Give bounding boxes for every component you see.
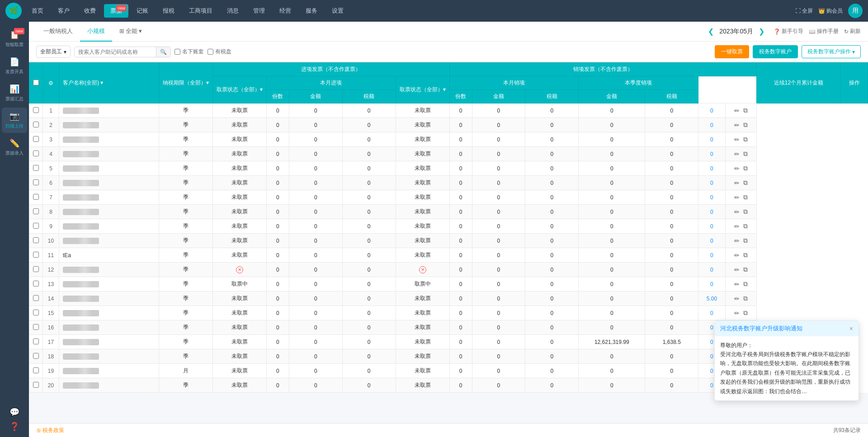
row-checkbox-cell[interactable] <box>29 219 43 234</box>
copy-icon[interactable]: ⧉ <box>743 150 748 158</box>
edit-icon[interactable]: ✏ <box>734 281 740 288</box>
row-checkbox[interactable] <box>33 150 39 156</box>
copy-icon[interactable]: ⧉ <box>743 237 748 244</box>
guide-btn[interactable]: ❓ 新手引导 <box>774 28 803 35</box>
edit-icon[interactable]: ✏ <box>734 208 740 216</box>
row-checkbox[interactable] <box>33 382 39 388</box>
tab-general-taxpayer[interactable]: 一般纳税人 <box>36 22 80 42</box>
row-checkbox[interactable] <box>33 122 39 127</box>
copy-icon[interactable]: ⧉ <box>743 208 748 216</box>
edit-icon[interactable]: ✏ <box>734 179 740 187</box>
row-checkbox-cell[interactable] <box>29 335 43 349</box>
row-checkbox[interactable] <box>33 266 39 272</box>
sidebar-item-invoice-open[interactable]: 📄 发票开具 <box>2 53 27 79</box>
edit-icon[interactable]: ✏ <box>734 122 740 129</box>
row-checkbox-cell[interactable] <box>29 132 43 147</box>
edit-icon[interactable]: ✏ <box>734 107 740 114</box>
copy-icon[interactable]: ⧉ <box>743 266 748 273</box>
row-checkbox-cell[interactable] <box>29 161 43 176</box>
row-checkbox-cell[interactable] <box>29 291 43 306</box>
row-checkbox-cell[interactable] <box>29 103 43 118</box>
one-click-btn[interactable]: 一键取票 <box>715 45 749 58</box>
nav-service[interactable]: 服务 <box>299 4 324 18</box>
row-checkbox[interactable] <box>33 324 39 330</box>
edit-icon[interactable]: ✏ <box>734 165 740 172</box>
employee-select[interactable]: 全部员工 ▾ <box>36 46 71 58</box>
edit-icon[interactable]: ✏ <box>734 266 740 273</box>
row-checkbox[interactable] <box>33 208 39 214</box>
row-checkbox-cell[interactable] <box>29 277 43 291</box>
row-checkbox[interactable] <box>33 194 39 200</box>
search-input[interactable] <box>75 47 156 57</box>
copy-icon[interactable]: ⧉ <box>743 222 748 230</box>
edit-icon[interactable]: ✏ <box>734 237 740 244</box>
chat-icon[interactable]: 💬 <box>9 407 19 417</box>
row-checkbox[interactable] <box>33 338 39 344</box>
checkbox-subaccount-input[interactable] <box>175 49 180 55</box>
search-button[interactable]: 🔍 <box>156 47 170 57</box>
tab-all[interactable]: ⊞ 全能 ▾ <box>112 22 149 42</box>
edit-icon[interactable]: ✏ <box>734 295 740 302</box>
sidebar-item-entry[interactable]: ✏️ 票据录入 <box>2 135 27 160</box>
row-checkbox-cell[interactable] <box>29 306 43 320</box>
row-checkbox-cell[interactable] <box>29 176 43 190</box>
nav-message[interactable]: 消息 <box>221 4 245 18</box>
sidebar-item-scan[interactable]: 📷 扫描上传 <box>2 108 27 133</box>
user-avatar[interactable]: 用 <box>848 4 863 18</box>
th-period[interactable]: 纳税期限（全部）▾ <box>159 63 212 103</box>
th-checkbox[interactable] <box>29 63 43 103</box>
checkbox-subaccount[interactable]: 名下账套 <box>175 48 204 56</box>
row-checkbox-cell[interactable] <box>29 378 43 393</box>
row-checkbox[interactable] <box>33 281 39 287</box>
sidebar-item-smart-ticket[interactable]: 📋 智能取票 new <box>2 26 27 52</box>
tax-account-ops-btn[interactable]: 税务数字账户操作 ▾ <box>802 45 861 58</box>
nav-tax[interactable]: 报税 <box>156 4 181 18</box>
nav-invoices[interactable]: 票据 new <box>104 4 128 18</box>
copy-icon[interactable]: ⧉ <box>743 121 748 129</box>
edit-icon[interactable]: ✏ <box>734 194 740 201</box>
copy-icon[interactable]: ⧉ <box>743 193 748 201</box>
nav-customers[interactable]: 客户 <box>52 4 76 18</box>
row-checkbox-cell[interactable] <box>29 147 43 161</box>
prev-period-btn[interactable]: ❮ <box>708 27 714 36</box>
row-checkbox-cell[interactable] <box>29 190 43 205</box>
row-checkbox-cell[interactable] <box>29 320 43 335</box>
row-checkbox[interactable] <box>33 310 39 315</box>
select-all-checkbox[interactable] <box>33 80 39 85</box>
row-checkbox-cell[interactable] <box>29 263 43 277</box>
row-checkbox[interactable] <box>33 295 39 301</box>
th-name[interactable]: 客户名称(全部) ▾ <box>59 63 159 103</box>
row-checkbox-cell[interactable] <box>29 248 43 263</box>
member-btn[interactable]: 👑 购会员 <box>818 7 843 15</box>
th-in-ticket-status[interactable]: 取票状态（全部）▾ <box>212 76 266 103</box>
copy-icon[interactable]: ⧉ <box>743 251 748 259</box>
nav-settings[interactable]: 设置 <box>326 4 350 18</box>
manual-btn[interactable]: 📖 操作手册 <box>809 28 839 35</box>
row-checkbox-cell[interactable] <box>29 205 43 219</box>
next-period-btn[interactable]: ❯ <box>759 27 764 36</box>
checkbox-taxdisk[interactable]: 有税盘 <box>208 48 231 56</box>
edit-icon[interactable]: ✏ <box>734 310 740 317</box>
nav-manage[interactable]: 管理 <box>247 4 271 18</box>
edit-icon[interactable]: ✏ <box>734 136 740 143</box>
copy-icon[interactable]: ⧉ <box>743 179 748 187</box>
sidebar-item-summary[interactable]: 📊 票据汇总 <box>2 80 27 106</box>
edit-icon[interactable]: ✏ <box>734 252 740 259</box>
fullscreen-btn[interactable]: ⛶ 全屏 <box>795 7 813 15</box>
row-checkbox[interactable] <box>33 353 39 359</box>
copy-icon[interactable]: ⧉ <box>743 309 748 317</box>
row-checkbox-cell[interactable] <box>29 234 43 248</box>
edit-icon[interactable]: ✏ <box>734 150 740 158</box>
tax-policy-link[interactable]: ⑤ 税务政策 <box>36 427 64 434</box>
copy-icon[interactable]: ⧉ <box>743 107 748 114</box>
copy-icon[interactable]: ⧉ <box>743 295 748 302</box>
row-checkbox-cell[interactable] <box>29 364 43 378</box>
row-checkbox-cell[interactable] <box>29 118 43 132</box>
refresh-btn[interactable]: ↻ 刷新 <box>844 28 861 35</box>
th-out-ticket-status[interactable]: 取票状态（全部）▾ <box>396 76 449 103</box>
row-checkbox[interactable] <box>33 179 39 185</box>
row-checkbox[interactable] <box>33 367 39 373</box>
nav-fees[interactable]: 收费 <box>78 4 102 18</box>
nav-business[interactable]: 工商项目 <box>183 4 219 18</box>
tab-small-scale[interactable]: 小规模 <box>80 22 112 42</box>
